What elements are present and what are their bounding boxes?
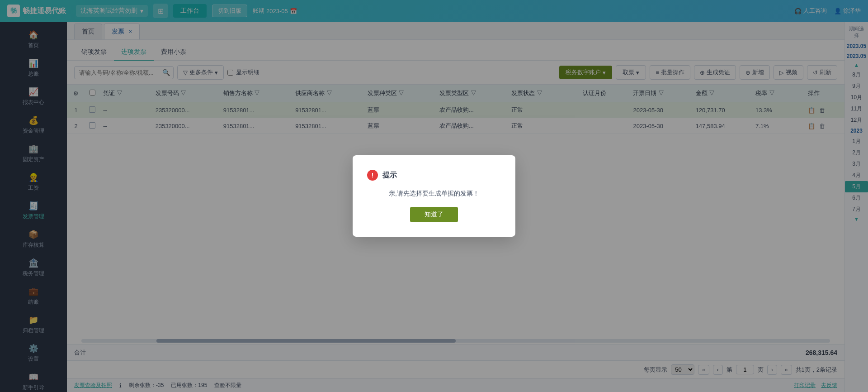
dialog-warning-icon: ! <box>367 170 378 181</box>
dialog-title-row: ! 提示 <box>367 170 397 181</box>
dialog-overlay: ! 提示 亲,请先选择要生成单据的发票！ 知道了 <box>0 0 868 392</box>
dialog: ! 提示 亲,请先选择要生成单据的发票！ 知道了 <box>353 155 515 237</box>
dialog-title: 提示 <box>382 171 397 180</box>
dialog-ok-button[interactable]: 知道了 <box>410 207 458 222</box>
dialog-message: 亲,请先选择要生成单据的发票！ <box>389 190 479 198</box>
